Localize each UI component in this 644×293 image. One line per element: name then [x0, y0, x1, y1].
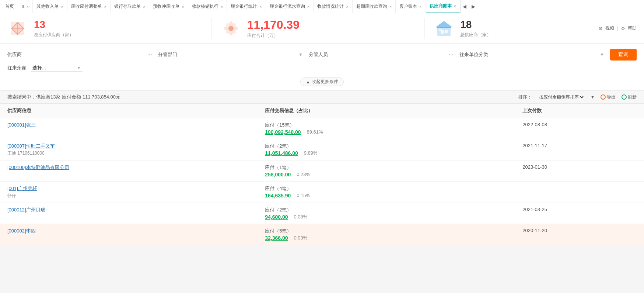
- table-row: [000012]广州贝瑞应付（2笔）94,600.000.08%2021-03-…: [0, 203, 644, 224]
- nav-tab-cash-flow[interactable]: 现金银行流水查询 ×: [266, 0, 314, 13]
- nav-tab-supplier-account[interactable]: 供应商账本 ×: [426, 0, 460, 13]
- payable-amount[interactable]: 32,366.00: [265, 235, 288, 241]
- close-icon[interactable]: ×: [419, 4, 421, 9]
- close-icon[interactable]: ×: [454, 4, 456, 8]
- payable-info-cell: 应付（2笔）94,600.000.08%: [258, 203, 515, 224]
- dept-filter-group: 分管部门 ▼: [158, 51, 304, 58]
- nav-tab-customer-account[interactable]: 客户账本 ×: [396, 0, 426, 13]
- nav-tab-home[interactable]: 首页: [1, 0, 18, 13]
- payable-suppliers-label: 总应付供应商（家）: [34, 32, 74, 38]
- close-icon[interactable]: ×: [307, 4, 309, 9]
- payable-amount-number: 11,170.39: [247, 18, 300, 32]
- nav-tab-other-income-label: 其他收入单: [36, 3, 59, 10]
- supplier-link[interactable]: [000001]张三: [7, 122, 36, 128]
- payable-label: 应付（15笔）: [265, 122, 508, 128]
- sort-label: 排序：: [518, 94, 532, 100]
- supplier-dots-icon[interactable]: ···: [147, 51, 152, 58]
- supplier-link[interactable]: [001]广州荣轩: [7, 186, 37, 191]
- supplier-input[interactable]: [28, 52, 147, 57]
- supplier-info-cell: [000007]恒旺二手叉车王通 17106110000: [0, 139, 258, 161]
- person-dots-icon[interactable]: ···: [449, 51, 454, 58]
- payable-info-cell: 应付（4笔）164,635.900.15%: [258, 182, 515, 203]
- supplier-link[interactable]: [000012]广州贝瑞: [7, 207, 45, 213]
- balance-filter-label: 往来余额: [7, 65, 27, 71]
- nav-tab-collection[interactable]: 收款核销执行 ×: [188, 0, 227, 13]
- collapse-button[interactable]: ▲ 收起更多条件: [300, 77, 344, 86]
- payable-label: 应付（2笔）: [265, 143, 508, 149]
- dept-select-wrap: ▼: [182, 51, 304, 58]
- supplier-link[interactable]: [000002]李四: [7, 228, 36, 234]
- close-icon[interactable]: ×: [61, 4, 63, 9]
- payable-amount[interactable]: 258,000.00: [265, 172, 291, 177]
- svg-point-14: [228, 26, 234, 31]
- results-bar: 搜索结果中，供应商13家 应付金额 111,703,854.00元 排序： 按应…: [0, 91, 644, 104]
- dept-select[interactable]: [183, 52, 298, 57]
- close-icon[interactable]: ×: [346, 4, 348, 9]
- nav-tab-overdue[interactable]: 超期应收款查询 ×: [353, 0, 396, 13]
- refresh-button[interactable]: 刷新: [622, 94, 637, 100]
- nav-tab-other-income[interactable]: 其他收入单 ×: [33, 0, 67, 13]
- sort-select[interactable]: 按应付余额倒序排序: [538, 94, 585, 100]
- video-icon: ⊙: [599, 26, 602, 31]
- balance-select[interactable]: 选择...: [32, 65, 77, 70]
- table-wrap: 供应商信息 应付交易信息（占比） 上次付数 [000001]张三应付（15笔）1…: [0, 104, 644, 245]
- nav-tab-adjustment[interactable]: 应收应付调整单 ×: [67, 0, 111, 13]
- nav-tab-overdue-label: 超期应收款查询: [356, 3, 387, 10]
- person-input[interactable]: [334, 52, 449, 57]
- nav-tab-collection-label: 收款核销执行: [192, 3, 218, 10]
- payable-percent: 0.23%: [297, 172, 310, 177]
- balance-chevron-down-icon: ▼: [77, 65, 81, 70]
- table-row: [000001]张三应付（15笔）100,092,540.0089.61%202…: [0, 118, 644, 139]
- results-info: 搜索结果中，供应商13家 应付金额 111,703,854.00元: [7, 94, 120, 100]
- payable-label: 应付（1笔）: [265, 164, 508, 171]
- payable-label: 应付（2笔）: [265, 207, 508, 213]
- col-supplier-info: 供应商信息: [0, 104, 258, 118]
- payable-label: 应付（5笔）: [265, 228, 508, 234]
- close-icon[interactable]: ×: [104, 4, 106, 9]
- close-icon[interactable]: ×: [143, 4, 145, 9]
- nav-tab-advance[interactable]: 预收冲应收单 ×: [149, 0, 188, 13]
- nav-tab-cash-stats[interactable]: 现金银行统计 ×: [227, 0, 266, 13]
- nav-next-arrow[interactable]: ▶: [469, 0, 478, 13]
- last-payment-date: [515, 182, 644, 203]
- collapse-bar: ▲ 收起更多条件: [7, 75, 637, 87]
- query-button[interactable]: 查询: [610, 49, 637, 61]
- export-button[interactable]: 导出: [601, 94, 616, 100]
- category-select[interactable]: [494, 52, 600, 57]
- close-icon[interactable]: ×: [259, 4, 262, 9]
- nav-tab-customer-account-label: 客户账本: [399, 3, 417, 10]
- supplier-link[interactable]: [000100]本特勤油品有限公司: [7, 165, 69, 170]
- category-filter-label: 往来单位分类: [459, 51, 488, 58]
- close-icon[interactable]: ×: [182, 4, 184, 9]
- help-link[interactable]: 帮助: [628, 25, 637, 31]
- category-select-wrap: ▼: [493, 51, 606, 58]
- svg-rect-19: [437, 27, 451, 28]
- nav-tab-advance-label: 预收冲应收单: [153, 3, 179, 10]
- payable-amount[interactable]: 11,051,486.00: [265, 150, 298, 156]
- payable-amount[interactable]: 100,092,540.00: [265, 129, 301, 135]
- filter-row-2: 往来余额 选择... ▼: [7, 64, 637, 72]
- supplier-link[interactable]: [000007]恒旺二手叉车: [7, 143, 55, 149]
- nav-prev-arrow[interactable]: ◀: [460, 0, 469, 13]
- refresh-label: 刷新: [628, 94, 637, 100]
- payable-info-cell: 应付（1笔）258,000.000.23%: [258, 161, 515, 182]
- nav-tab-collection-stats[interactable]: 收款情况统计 ×: [314, 0, 352, 13]
- close-icon[interactable]: ×: [221, 4, 223, 9]
- close-icon[interactable]: ×: [389, 4, 392, 9]
- payable-amount-label: 应付合计（万）: [247, 32, 300, 39]
- nav-tab-bank-deposit[interactable]: 银行存取款单 ×: [111, 0, 149, 13]
- nav-tab-supplier-account-label: 供应商账本: [430, 3, 452, 9]
- payable-amount[interactable]: 94,600.00: [265, 214, 288, 220]
- payable-percent: 0.08%: [294, 214, 307, 220]
- video-link[interactable]: 视频: [605, 25, 614, 31]
- balance-select-wrap: 选择... ▼: [31, 64, 83, 72]
- chevron-down-sort-icon: ▼: [591, 95, 595, 99]
- nav-tab-3[interactable]: 3 ×: [18, 0, 33, 13]
- stat-payable-suppliers: 13 总应付供应商（家）: [7, 18, 212, 39]
- svg-rect-20: [439, 29, 442, 31]
- person-input-wrap: ···: [332, 51, 455, 59]
- payable-amount[interactable]: 164,635.90: [265, 193, 291, 199]
- close-icon[interactable]: ×: [27, 4, 29, 9]
- last-payment-date: 2021-11-17: [515, 139, 644, 161]
- stats-bar: 13 总应付供应商（家） 11,170.39 应付合计（万）: [0, 13, 644, 44]
